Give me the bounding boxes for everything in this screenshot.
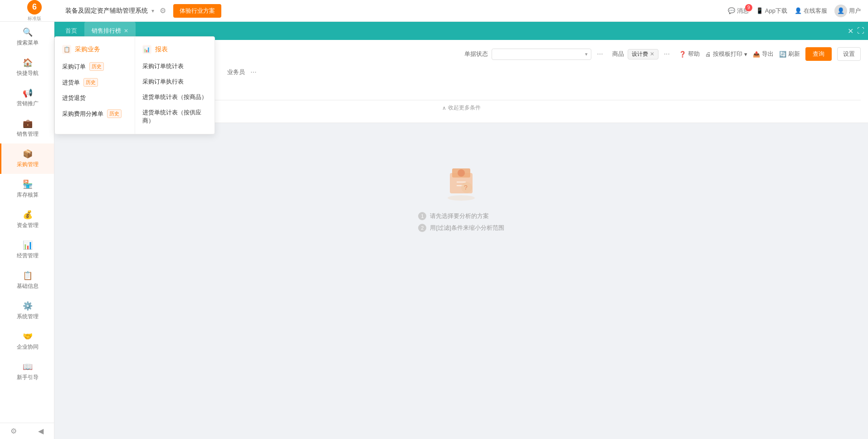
sales-icon: 💼 (23, 118, 33, 128)
sidebar-item-beginner[interactable]: 📖 新手引导 (0, 356, 54, 387)
goods-tag: 设计费 ✕ (628, 49, 658, 59)
search-icon: 🔍 (23, 27, 33, 37)
tab-expand-icon[interactable]: ⛶ (857, 27, 864, 35)
app-icon: 📱 (756, 7, 763, 14)
purchase-icon: 📦 (23, 149, 33, 159)
user-label: 用户 (849, 7, 861, 15)
sidebar-item-quicknav[interactable]: 🏠 快捷导航 (0, 52, 54, 83)
print-label: 按模板打印 (713, 50, 742, 58)
dropdown-purchase-title: 采购业务 (75, 45, 100, 54)
sidebar-item-basic-info[interactable]: 📋 基础信息 (0, 265, 54, 296)
dropdown-menu: 📋 采购业务 采购订单 历史 进货单 历史 进货退货 采购费用分摊单 历史 📊 … (54, 36, 215, 134)
print-btn[interactable]: 🖨 按模板打印 ▾ (705, 50, 747, 58)
message-icon: 💬 (728, 7, 735, 14)
sidebar: 🔍 搜索菜单 🏠 快捷导航 📢 营销推广 💼 销售管理 📦 采购管理 🏪 库存核… (0, 22, 54, 439)
settings-btn[interactable]: 设置 (837, 47, 861, 61)
export-icon: 📤 (753, 51, 760, 58)
message-badge: 9 (745, 4, 752, 11)
sidebar-label-inventory: 库存核算 (17, 191, 39, 199)
sidebar-label-finance: 资金管理 (17, 222, 39, 229)
toolbar-actions: ❓ 帮助 🖨 按模板打印 ▾ 📤 导出 🔄 (679, 47, 861, 61)
dropdown-order-stats[interactable]: 采购订单统计表 (135, 59, 215, 74)
salesperson-dots[interactable]: ··· (249, 68, 258, 76)
print-icon: 🖨 (705, 51, 711, 58)
sidebar-item-system[interactable]: ⚙️ 系统管理 (0, 296, 54, 326)
sidebar-settings-icon[interactable]: ⚙ (10, 427, 17, 435)
beginner-icon: 📖 (23, 362, 33, 372)
home-icon: 🏠 (23, 58, 33, 68)
system-dropdown-arrow[interactable]: ▾ (151, 8, 154, 14)
tab-sales-rank-label: 销售排行榜 (92, 27, 121, 35)
help-btn[interactable]: ❓ 帮助 (679, 50, 700, 58)
sidebar-label-purchase: 采购管理 (17, 161, 39, 168)
empty-hint-1: 1 请先选择要分析的方案 (418, 212, 504, 220)
sidebar-label-marketing: 营销推广 (17, 100, 39, 108)
empty-illustration: ? (439, 159, 484, 205)
basic-info-icon: 📋 (23, 271, 33, 281)
tab-home-label: 首页 (65, 27, 77, 35)
user-avatar: 👤 (834, 5, 847, 17)
refresh-label: 刷新 (788, 50, 800, 58)
tab-close-icon[interactable]: ✕ (124, 28, 128, 34)
message-action[interactable]: 💬 消息 9 (728, 7, 749, 15)
sidebar-item-purchase[interactable]: 📦 采购管理 (0, 143, 54, 174)
tab-window-close-icon[interactable]: ✕ (848, 27, 853, 35)
sidebar-item-inventory[interactable]: 🏪 库存核算 (0, 174, 54, 204)
export-label: 导出 (762, 50, 774, 58)
inbound-history: 历史 (83, 78, 98, 87)
print-dropdown-icon[interactable]: ▾ (744, 51, 747, 58)
sidebar-item-finance[interactable]: 💰 资金管理 (0, 204, 54, 235)
query-btn[interactable]: 查询 (805, 47, 832, 61)
sidebar-item-operations[interactable]: 📊 经营管理 (0, 235, 54, 265)
doc-status-label: 单据状态 (464, 50, 488, 58)
dropdown-purchase-order[interactable]: 采购订单 历史 (55, 59, 135, 74)
dropdown-report-icon: 📊 (142, 45, 151, 54)
dropdown-return[interactable]: 进货退货 (55, 90, 135, 106)
online-service-action[interactable]: 👤 在线客服 (795, 7, 827, 15)
export-btn[interactable]: 📤 导出 (753, 50, 774, 58)
svg-text:?: ? (464, 184, 468, 191)
sidebar-item-sales[interactable]: 💼 销售管理 (0, 113, 54, 143)
refresh-btn[interactable]: 🔄 刷新 (779, 50, 800, 58)
sidebar-item-enterprise[interactable]: 🤝 企业协同 (0, 326, 54, 356)
sidebar-item-search[interactable]: 🔍 搜索菜单 (0, 22, 54, 52)
dropdown-inbound-stats-goods[interactable]: 进货单统计表（按商品） (135, 89, 215, 105)
app-download-action[interactable]: 📱 App下载 (756, 7, 787, 15)
hint-num-1: 1 (418, 212, 426, 220)
order-exec-label: 采购订单执行表 (142, 78, 184, 86)
doc-status-select-wrapper (492, 49, 591, 60)
sidebar-collapse-icon[interactable]: ◀ (38, 427, 44, 435)
goods-label: 商品 (612, 50, 624, 58)
doc-status-dots[interactable]: ··· (595, 50, 605, 58)
hint-num-2: 2 (418, 224, 426, 232)
salesperson-label: 业务员 (227, 68, 245, 76)
system-title: 装备及固定资产辅助管理系统 ▾ ⚙ 体验行业方案 (65, 4, 728, 18)
dropdown-cost-alloc[interactable]: 采购费用分摊单 历史 (55, 106, 135, 122)
dropdown-inbound[interactable]: 进货单 历史 (55, 74, 135, 90)
industry-btn[interactable]: 体验行业方案 (173, 4, 221, 18)
dropdown-purchase-header: 📋 采购业务 (55, 42, 135, 59)
sidebar-item-marketing[interactable]: 📢 营销推广 (0, 83, 54, 113)
goods-dots[interactable]: ··· (662, 50, 672, 58)
service-icon: 👤 (795, 7, 802, 14)
dropdown-order-exec[interactable]: 采购订单执行表 (135, 74, 215, 89)
user-action[interactable]: 👤 用户 (834, 5, 861, 17)
sidebar-label-search: 搜索菜单 (17, 39, 39, 47)
dropdown-inbound-stats-supplier[interactable]: 进货单统计表（按供应商） (135, 105, 215, 128)
marketing-icon: 📢 (23, 88, 33, 98)
empty-state: ? 1 请先选择要分析的方案 2 用[过滤]条件来缩小分析范围 (54, 123, 868, 268)
finance-icon: 💰 (23, 210, 33, 220)
sidebar-label-operations: 经营管理 (17, 252, 39, 260)
operations-icon: 📊 (23, 240, 33, 250)
doc-status-select[interactable] (492, 49, 591, 60)
logo-icon: 6 (27, 0, 42, 15)
top-header: 6 标准版 装备及固定资产辅助管理系统 ▾ ⚙ 体验行业方案 💬 消息 9 📱 … (0, 0, 868, 22)
goods-tag-close[interactable]: ✕ (650, 51, 654, 57)
inbound-stats-goods-label: 进货单统计表（按商品） (142, 93, 207, 101)
logo-text: 标准版 (28, 15, 41, 22)
sidebar-label-sales: 销售管理 (17, 130, 39, 138)
system-settings-icon[interactable]: ⚙ (160, 6, 166, 15)
order-stats-label: 采购订单统计表 (142, 62, 184, 70)
cost-alloc-history: 历史 (107, 109, 122, 118)
inbound-stats-supplier-label: 进货单统计表（按供应商） (142, 109, 208, 125)
